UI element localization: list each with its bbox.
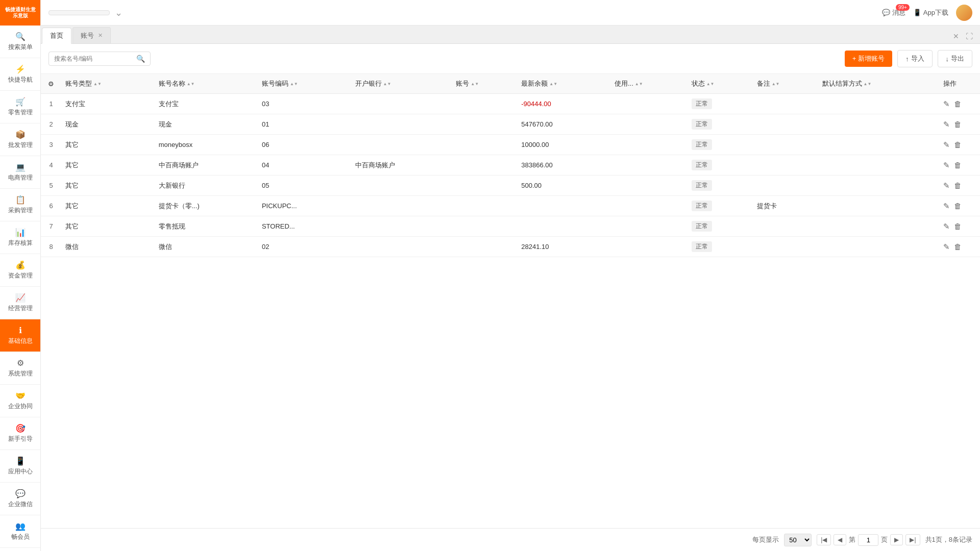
sidebar-item-search[interactable]: 🔍 搜索菜单 xyxy=(0,26,40,58)
cell-status-6: 正常 xyxy=(688,216,753,237)
cell-name-6: 零售抵现 xyxy=(155,216,258,237)
table-row: 8 微信 微信 02 28241.10 正常 ✎ 🗑 xyxy=(41,237,980,257)
sort-type[interactable]: ▲▼ xyxy=(93,82,102,86)
edit-icon-6[interactable]: ✎ xyxy=(943,222,950,231)
sidebar-item-member[interactable]: 👥 畅会员 xyxy=(0,515,40,548)
edit-icon-4[interactable]: ✎ xyxy=(943,181,950,190)
sidebar-item-basic[interactable]: ℹ 基础信息 xyxy=(0,319,40,352)
next-page-button[interactable]: ▶ xyxy=(890,534,903,545)
cell-num-1: 2 xyxy=(41,114,61,135)
page-suffix: 页 xyxy=(881,535,888,544)
sidebar-item-ecommerce[interactable]: 💻 电商管理 xyxy=(0,156,40,189)
sort-name[interactable]: ▲▼ xyxy=(187,82,195,86)
cell-bank-1 xyxy=(351,114,452,135)
tab-home[interactable]: 首页 xyxy=(42,28,71,44)
sidebar-item-purchase[interactable]: 📋 采购管理 xyxy=(0,189,40,221)
cell-use-6 xyxy=(610,216,688,237)
sort-bank[interactable]: ▲▼ xyxy=(383,82,391,86)
cell-name-0: 支付宝 xyxy=(155,94,258,114)
toolbar: 🔍 + 新增账号 ↑ 导入 ↓ 导出 xyxy=(41,44,980,74)
page-number-input[interactable] xyxy=(858,534,878,546)
sort-use[interactable]: ▲▼ xyxy=(635,82,643,86)
sidebar-item-inventory[interactable]: 📊 库存核算 xyxy=(0,221,40,254)
edit-icon-5[interactable]: ✎ xyxy=(943,202,950,211)
search-input[interactable] xyxy=(54,55,134,62)
add-account-label: + 新增账号 xyxy=(852,54,885,63)
delete-icon-0[interactable]: 🗑 xyxy=(954,99,962,109)
action-icons-2: ✎ 🗑 xyxy=(943,140,976,149)
col-remark: 备注▲▼ xyxy=(753,74,818,94)
sidebar-item-retail[interactable]: 🛒 零售管理 xyxy=(0,91,40,123)
action-icons-1: ✎ 🗑 xyxy=(943,120,976,129)
cell-use-5 xyxy=(610,196,688,216)
sidebar-icon-guide: 🎯 xyxy=(15,423,26,433)
cell-code-7: 02 xyxy=(258,237,351,257)
table-row: 7 其它 零售抵现 STORED... 正常 ✎ 🗑 xyxy=(41,216,980,237)
messages-button[interactable]: 💬 消息 99+ xyxy=(882,8,905,17)
cell-balance-3: 383866.00 xyxy=(517,155,610,176)
user-avatar[interactable] xyxy=(956,5,972,21)
search-box[interactable]: 🔍 xyxy=(48,52,151,66)
first-page-button[interactable]: |◀ xyxy=(817,534,831,545)
app-download-button[interactable]: 📱 App下载 xyxy=(913,8,948,17)
tab-close-icon[interactable]: ✕ xyxy=(98,32,103,39)
cell-status-0: 正常 xyxy=(688,94,753,114)
last-page-button[interactable]: ▶| xyxy=(905,534,920,545)
cell-num-2: 3 xyxy=(41,135,61,155)
search-icon: 🔍 xyxy=(136,55,145,63)
sort-balance[interactable]: ▲▼ xyxy=(549,82,557,86)
sidebar-icon-agreement: 🤝 xyxy=(15,391,26,400)
cell-action-1: ✎ 🗑 xyxy=(939,114,980,135)
sidebar-item-finance[interactable]: 💰 资金管理 xyxy=(0,254,40,287)
delete-icon-2[interactable]: 🗑 xyxy=(954,140,962,149)
add-account-button[interactable]: + 新增账号 xyxy=(845,51,892,67)
tab-expand-icon[interactable]: ⛶ xyxy=(964,31,975,41)
sidebar-item-guide[interactable]: 🎯 新手引导 xyxy=(0,417,40,450)
edit-icon-7[interactable]: ✎ xyxy=(943,242,950,252)
toolbar-right: + 新增账号 ↑ 导入 ↓ 导出 xyxy=(845,50,972,67)
sidebar-item-quick[interactable]: ⚡ 快捷导航 xyxy=(0,58,40,91)
tab-bar: 首页 账号 ✕ ✕ ⛶ xyxy=(41,26,980,44)
tab-close-all-icon[interactable]: ✕ xyxy=(951,31,961,41)
settings-icon[interactable]: ⚙ xyxy=(48,80,54,88)
sort-status[interactable]: ▲▼ xyxy=(706,82,715,86)
sidebar-icon-purchase: 📋 xyxy=(15,195,26,205)
edit-icon-2[interactable]: ✎ xyxy=(943,140,950,149)
cell-account-7 xyxy=(452,237,517,257)
delete-icon-6[interactable]: 🗑 xyxy=(954,222,962,231)
import-button[interactable]: ↑ 导入 xyxy=(897,50,933,67)
cell-bank-5 xyxy=(351,196,452,216)
tab-account-label: 账号 xyxy=(81,31,94,40)
sidebar-label-appcenter: 应用中心 xyxy=(8,467,33,476)
sort-code[interactable]: ▲▼ xyxy=(290,82,298,86)
tab-account[interactable]: 账号 ✕ xyxy=(72,27,111,43)
delete-icon-1[interactable]: 🗑 xyxy=(954,120,962,129)
sidebar-nav: 🔍 搜索菜单 ⚡ 快捷导航 🛒 零售管理 📦 批发管理 💻 电商管理 📋 采购管… xyxy=(0,26,40,551)
cell-action-7: ✎ 🗑 xyxy=(939,237,980,257)
edit-icon-3[interactable]: ✎ xyxy=(943,161,950,170)
sidebar-label-search: 搜索菜单 xyxy=(8,43,33,52)
edit-icon-1[interactable]: ✎ xyxy=(943,120,950,129)
action-icons-4: ✎ 🗑 xyxy=(943,181,976,190)
per-page-select[interactable]: 50 100 200 xyxy=(784,534,812,546)
sidebar-item-enterprise[interactable]: 💬 企业微信 xyxy=(0,483,40,515)
delete-icon-3[interactable]: 🗑 xyxy=(954,161,962,170)
delete-icon-5[interactable]: 🗑 xyxy=(954,202,962,211)
edit-icon-0[interactable]: ✎ xyxy=(943,99,950,109)
prev-page-button[interactable]: ◀ xyxy=(834,534,846,545)
cell-type-6: 其它 xyxy=(61,216,155,237)
sidebar-item-operations[interactable]: 📈 经营管理 xyxy=(0,287,40,319)
sort-account[interactable]: ▲▼ xyxy=(471,82,479,86)
sidebar-item-system[interactable]: ⚙ 系统管理 xyxy=(0,352,40,385)
delete-icon-7[interactable]: 🗑 xyxy=(954,242,962,252)
sidebar-item-wholesale[interactable]: 📦 批发管理 xyxy=(0,123,40,156)
delete-icon-4[interactable]: 🗑 xyxy=(954,181,962,190)
sidebar-label-purchase: 采购管理 xyxy=(8,206,33,215)
table-row: 6 其它 提货卡（零...) PICKUPC... 正常 提货卡 ✎ 🗑 xyxy=(41,196,980,216)
sort-remark[interactable]: ▲▼ xyxy=(772,82,780,86)
sort-payment[interactable]: ▲▼ xyxy=(864,82,872,86)
sidebar-item-agreement[interactable]: 🤝 企业协同 xyxy=(0,385,40,417)
sidebar-item-appcenter[interactable]: 📱 应用中心 xyxy=(0,450,40,483)
export-button[interactable]: ↓ 导出 xyxy=(938,50,973,67)
dropdown-icon[interactable]: ⌄ xyxy=(115,7,122,18)
